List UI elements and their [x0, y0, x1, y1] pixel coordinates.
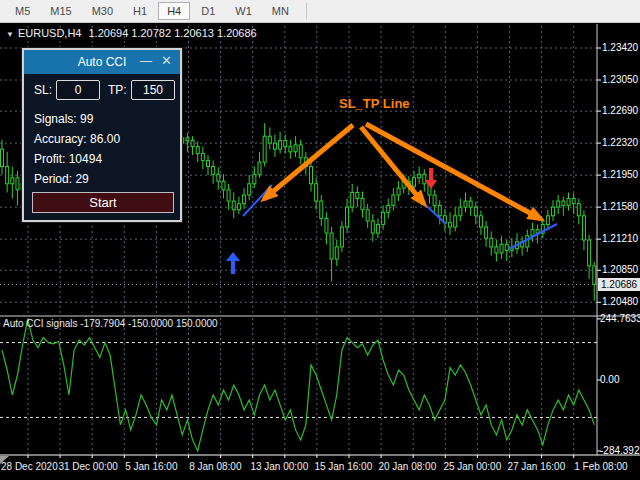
- period-value: 29: [75, 172, 88, 186]
- chart-title: ▼EURUSD,H41.20694 1.20782 1.20613 1.2068…: [6, 27, 257, 39]
- indicator-window-label: Auto CCI signals -179.7904 -150.0000 150…: [3, 318, 218, 329]
- profit-value: 10494: [69, 152, 102, 166]
- time-axis-label: 28 Dec 2020: [1, 461, 58, 472]
- scroll-marker[interactable]: [0, 456, 9, 464]
- sl-tp-arrow: [264, 125, 353, 199]
- time-axis-label: 13 Jan 00:00: [250, 461, 308, 472]
- indicator-axis-label: -284.3922: [600, 445, 640, 456]
- trendline-segment: [509, 224, 557, 249]
- price-axis-label: 1.20480: [602, 296, 638, 307]
- price-axis-label: 1.20850: [602, 264, 638, 275]
- profit-row: Profit: 10494: [34, 152, 102, 166]
- time-axis-label: 15 Jan 16:00: [314, 461, 372, 472]
- time-axis-label: 31 Dec 00:00: [58, 461, 118, 472]
- tp-input[interactable]: [131, 80, 175, 100]
- panel-title-bar[interactable]: Auto CCI — ✕: [24, 50, 180, 74]
- mt4-window: M5M15M30H1H4D1W1MN ▼EURUSD,H41.20694 1.2…: [0, 0, 640, 480]
- time-axis-label: 8 Jan 08:00: [189, 461, 241, 472]
- accuracy-value: 86.00: [90, 132, 120, 146]
- profit-label: Profit:: [34, 152, 65, 166]
- period-label: Period:: [34, 172, 72, 186]
- time-axis-label: 20 Jan 08:00: [378, 461, 436, 472]
- close-icon[interactable]: ✕: [161, 50, 172, 74]
- signals-value: 99: [80, 112, 93, 126]
- sl-label: SL:: [34, 83, 52, 97]
- chevron-down-icon[interactable]: ▼: [6, 30, 14, 39]
- sl-input[interactable]: [56, 80, 100, 100]
- indicator-axis-label: 0.00: [600, 374, 619, 385]
- tp-label: TP:: [108, 83, 127, 97]
- panel-title: Auto CCI: [78, 55, 127, 69]
- signals-row: Signals: 99: [34, 112, 93, 126]
- price-axis-label: 1.22320: [602, 137, 638, 148]
- sell-arrow-icon: [425, 168, 437, 189]
- time-axis-label: 5 Jan 16:00: [125, 461, 177, 472]
- minimize-icon[interactable]: —: [140, 50, 152, 74]
- sl-tp-annotation: SL_TP Line: [339, 96, 410, 111]
- price-axis-label: 1.22690: [602, 105, 638, 116]
- signals-label: Signals:: [34, 112, 77, 126]
- indicator-axis-label: 244.7633: [600, 313, 640, 324]
- auto-cci-panel: Auto CCI — ✕ SL: TP: Signals: 99 Accurac…: [22, 48, 182, 222]
- accuracy-row: Accuracy: 86.00: [34, 132, 120, 146]
- time-axis-label: 25 Jan 00:00: [443, 461, 501, 472]
- ohlc-values: 1.20694 1.20782 1.20613 1.20686: [89, 27, 257, 39]
- buy-arrow-icon: [226, 252, 240, 274]
- accuracy-label: Accuracy:: [34, 132, 87, 146]
- price-axis-label: 1.21950: [602, 169, 638, 180]
- time-axis-label: 1 Feb 08:00: [574, 461, 627, 472]
- current-price-tag: 1.20686: [598, 278, 640, 291]
- period-row: Period: 29: [34, 172, 89, 186]
- price-axis-label: 1.21580: [602, 201, 638, 212]
- price-axis-label: 1.23050: [602, 74, 638, 85]
- start-button[interactable]: Start: [32, 192, 174, 213]
- price-axis-label: 1.23420: [602, 42, 638, 53]
- price-axis-label: 1.21210: [602, 233, 638, 244]
- time-axis-label: 27 Jan 16:00: [507, 461, 565, 472]
- symbol-period: EURUSD,H4: [18, 27, 82, 39]
